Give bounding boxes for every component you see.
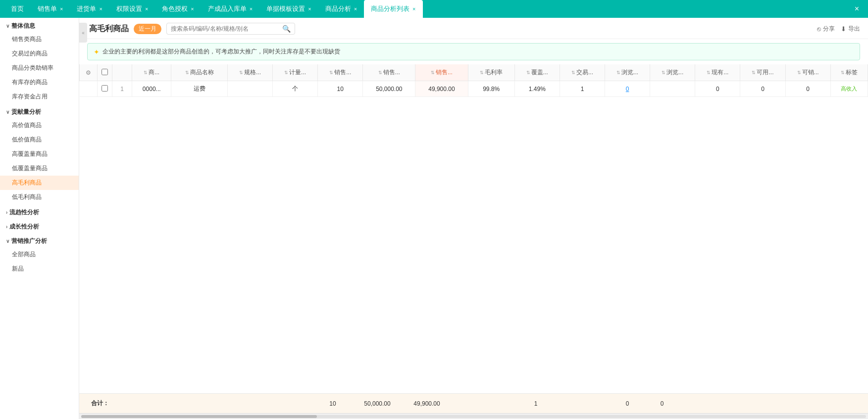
close-purchase-tab[interactable]: × [99, 6, 102, 12]
footer-trade: 1 [521, 400, 551, 407]
footer-cells: 10 50,000.00 49,900.00 1 0 0 [115, 400, 864, 407]
settings-icon[interactable]: ⚙ [86, 69, 91, 76]
cell-sales-amount: 50,000.00 [363, 81, 415, 97]
sidebar-group-trend[interactable]: › 流趋性分析 [0, 204, 79, 219]
cell-current-stock: 0 [695, 81, 740, 97]
scrollbar-track [81, 415, 866, 418]
col-current-stock[interactable]: 现有... [695, 64, 740, 81]
sidebar-item-low-margin[interactable]: 低毛利商品 [0, 190, 79, 204]
cell-gear [80, 81, 98, 97]
col-sellable[interactable]: 可销... [785, 64, 830, 81]
col-gear[interactable]: ⚙ [80, 64, 98, 81]
col-tag[interactable]: 标签 [830, 64, 868, 81]
sidebar-item-sales-goods[interactable]: 销售类商品 [0, 32, 79, 47]
close-sales-tab[interactable]: × [60, 6, 63, 12]
footer-sales-qty: 10 [313, 400, 353, 407]
sidebar-item-category-assist[interactable]: 商品分类助销率 [0, 61, 79, 75]
col-trade[interactable]: 交易... [560, 64, 605, 81]
sidebar-collapse-button[interactable]: « [79, 23, 87, 43]
sidebar-item-high-value[interactable]: 高价值商品 [0, 118, 79, 133]
sidebar-item-traded-goods[interactable]: 交易过的商品 [0, 47, 79, 61]
nav-tab-analysis-list[interactable]: 商品分析列表 × [364, 0, 422, 18]
filter-recent-month-button[interactable]: 近一月 [134, 24, 161, 34]
sidebar-item-low-value[interactable]: 低价值商品 [0, 133, 79, 147]
arrow-trend: › [6, 210, 7, 215]
col-sales-amount[interactable]: 销售... [363, 64, 415, 81]
sidebar-item-new-goods[interactable]: 新品 [0, 262, 79, 276]
arrow-overall: ∨ [6, 23, 9, 29]
close-template-tab[interactable]: × [308, 6, 311, 12]
cell-available: 0 [740, 81, 785, 97]
table-row: 1 0000... 运费 个 10 50,000.00 49,900.00 99… [80, 81, 868, 97]
cell-sales-qty: 10 [318, 81, 363, 97]
footer-available: 0 [645, 400, 679, 407]
sidebar-group-marketing[interactable]: ∨ 营销推广分析 [0, 233, 79, 247]
nav-tab-analysis[interactable]: 商品分析 × [318, 0, 364, 18]
sidebar-group-overall[interactable]: ∨ 整体信息 [0, 18, 79, 32]
search-input[interactable] [171, 25, 280, 32]
cell-name: 运费 [171, 81, 227, 97]
sidebar-item-stock-capital[interactable]: 库存资金占用 [0, 90, 79, 104]
col-sales-qty[interactable]: 销售... [318, 64, 363, 81]
nav-tab-home[interactable]: 首页 [4, 0, 31, 18]
cell-view1[interactable]: 0 [605, 81, 650, 97]
col-spec[interactable]: 规格... [227, 64, 272, 81]
close-analysis-list-tab[interactable]: × [412, 6, 415, 12]
close-permission-tab[interactable]: × [145, 6, 148, 12]
close-product-in-tab[interactable]: × [250, 6, 253, 12]
content-area: « 高毛利商品 近一月 🔍 ⎋ 分享 ⬇ 导出 ✦ 企 [79, 18, 868, 419]
page-title: 高毛利商品 [89, 24, 129, 34]
cell-sellable: 0 [785, 81, 830, 97]
export-button[interactable]: ⬇ 导出 [841, 25, 860, 33]
col-gross-margin[interactable]: 毛利率 [468, 64, 514, 81]
table-container: ⚙ 商... 商品名称 规格... 计量... 销售... 销售... 销售..… [79, 64, 868, 393]
sidebar-item-high-coverage[interactable]: 高覆盖量商品 [0, 147, 79, 161]
sidebar-group-growth[interactable]: › 成长性分析 [0, 219, 79, 233]
select-all-checkbox[interactable] [102, 69, 108, 75]
nav-tab-purchase[interactable]: 进货单 × [70, 0, 109, 18]
col-checkbox [98, 64, 112, 81]
col-name[interactable]: 商品名称 [171, 64, 227, 81]
footer-label: 合计： [83, 399, 115, 408]
close-analysis-tab[interactable]: × [354, 6, 357, 12]
nav-tab-sales[interactable]: 销售单 × [31, 0, 70, 18]
nav-tab-role[interactable]: 角色授权 × [155, 0, 201, 18]
col-coverage[interactable]: 覆盖... [514, 64, 560, 81]
scrollbar-thumb[interactable] [81, 415, 317, 418]
col-available[interactable]: 可用... [740, 64, 785, 81]
header-actions: ⎋ 分享 ⬇ 导出 [817, 25, 860, 33]
sidebar-item-high-margin[interactable]: 高毛利商品 [0, 176, 79, 190]
cell-tag: 高收入 [830, 81, 868, 97]
cell-trade: 1 [560, 81, 605, 97]
cell-gross-margin: 99.8% [468, 81, 514, 97]
search-icon[interactable]: 🔍 [282, 25, 291, 33]
nav-tab-product-in[interactable]: 产成品入库单 × [201, 0, 259, 18]
col-code[interactable]: 商... [132, 64, 171, 81]
footer-current-stock: 0 [610, 400, 645, 407]
col-view2[interactable]: 浏览... [650, 64, 695, 81]
nav-tab-permission[interactable]: 权限设置 × [109, 0, 155, 18]
share-button[interactable]: ⎋ 分享 [817, 25, 835, 33]
share-icon: ⎋ [817, 25, 821, 33]
col-view1[interactable]: 浏览... [605, 64, 650, 81]
close-role-tab[interactable]: × [191, 6, 194, 12]
cell-checkbox[interactable] [98, 81, 112, 97]
footer-sales-amount: 50,000.00 [353, 400, 402, 407]
nav-tab-template[interactable]: 单据模板设置 × [259, 0, 318, 18]
col-sales-profit[interactable]: 销售... [415, 64, 468, 81]
sidebar-item-low-coverage[interactable]: 低覆盖量商品 [0, 161, 79, 176]
sidebar-item-in-stock-goods[interactable]: 有库存的商品 [0, 75, 79, 90]
search-box: 🔍 [166, 23, 295, 35]
col-unit[interactable]: 计量... [273, 64, 318, 81]
info-banner: ✦ 企业的主要的利润都是这部分商品创造的，可考虑加大推广，同时关注库存是不要出现… [87, 43, 860, 60]
content-header: 高毛利商品 近一月 🔍 ⎋ 分享 ⬇ 导出 [79, 18, 868, 39]
sidebar-group-contribution[interactable]: ∨ 贡献量分析 [0, 104, 79, 118]
row-checkbox[interactable] [102, 85, 108, 92]
close-all-button[interactable]: × [850, 4, 864, 13]
top-navigation: 首页 销售单 × 进货单 × 权限设置 × 角色授权 × 产成品入库单 × 单据… [0, 0, 868, 18]
data-table: ⚙ 商... 商品名称 规格... 计量... 销售... 销售... 销售..… [79, 64, 868, 97]
arrow-contribution: ∨ [6, 109, 9, 115]
sidebar-item-all-goods[interactable]: 全部商品 [0, 247, 79, 262]
horizontal-scrollbar[interactable] [79, 413, 868, 419]
cell-spec [227, 81, 272, 97]
